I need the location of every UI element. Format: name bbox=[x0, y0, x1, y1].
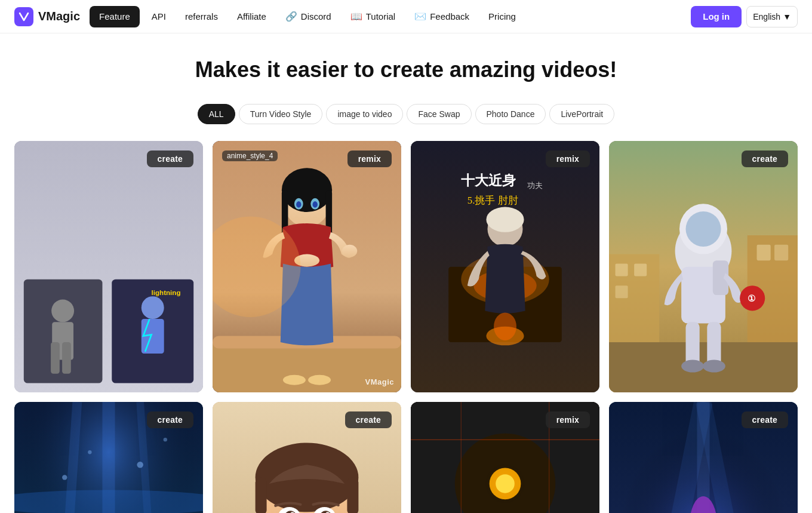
svg-point-24 bbox=[308, 375, 331, 385]
svg-rect-4 bbox=[51, 342, 60, 374]
svg-point-20 bbox=[312, 201, 317, 208]
video-card-grid: lightning create bbox=[14, 141, 798, 392]
svg-rect-5 bbox=[62, 342, 71, 374]
svg-point-22 bbox=[342, 245, 357, 257]
video-card-5[interactable]: create bbox=[14, 402, 203, 513]
svg-rect-81 bbox=[347, 478, 358, 513]
create-button-8[interactable]: create bbox=[742, 411, 788, 428]
svg-rect-52 bbox=[707, 322, 721, 366]
create-button-4[interactable]: create bbox=[742, 150, 788, 167]
logo-text: VMagic bbox=[38, 10, 80, 23]
svg-rect-44 bbox=[757, 245, 771, 260]
svg-point-31 bbox=[486, 207, 524, 232]
svg-text:功夫: 功夫 bbox=[527, 182, 543, 190]
svg-point-70 bbox=[14, 490, 203, 513]
card-visual-1: lightning bbox=[14, 141, 203, 392]
anime-badge: anime_style_4 bbox=[222, 150, 278, 161]
nav-api[interactable]: API bbox=[144, 8, 173, 25]
video-card-8[interactable]: create bbox=[609, 402, 798, 513]
tab-live-portrait[interactable]: LivePortrait bbox=[549, 104, 614, 124]
tab-all[interactable]: ALL bbox=[198, 104, 235, 124]
create-button-6[interactable]: create bbox=[345, 411, 392, 428]
card-visual-3: 十大近身 5.挑手 肘肘 功夫 bbox=[411, 141, 599, 392]
svg-point-74 bbox=[164, 438, 167, 441]
svg-text:5.挑手 肘肘: 5.挑手 肘肘 bbox=[467, 195, 518, 206]
nav-feedback[interactable]: ✉️ Feedback bbox=[407, 7, 476, 26]
video-card-3[interactable]: 十大近身 5.挑手 肘肘 功夫 remix bbox=[411, 141, 599, 392]
tab-face-swap[interactable]: Face Swap bbox=[407, 104, 471, 124]
video-card-6[interactable]: create bbox=[213, 402, 401, 513]
nav-tutorial[interactable]: 📖 Tutorial bbox=[343, 7, 402, 26]
category-tabs: ALL Turn Video Style image to video Face… bbox=[14, 104, 798, 124]
svg-point-23 bbox=[283, 375, 306, 385]
svg-rect-51 bbox=[686, 322, 700, 366]
svg-rect-42 bbox=[634, 263, 647, 276]
remix-button-7[interactable]: remix bbox=[546, 411, 590, 428]
hero-title: Makes it easier to create amazing videos… bbox=[14, 57, 798, 82]
svg-rect-45 bbox=[774, 245, 788, 260]
svg-point-53 bbox=[681, 360, 704, 373]
video-card-2[interactable]: anime_style_4 remix VMagic bbox=[213, 141, 401, 392]
language-selector[interactable]: English ▼ bbox=[746, 6, 798, 27]
login-button[interactable]: Log in bbox=[691, 6, 742, 27]
svg-point-73 bbox=[137, 462, 143, 468]
nav-affiliate[interactable]: Affiliate bbox=[230, 8, 273, 25]
video-card-1[interactable]: lightning create bbox=[14, 141, 203, 392]
book-icon: 📖 bbox=[350, 11, 362, 22]
chevron-down-icon: ▼ bbox=[783, 12, 791, 21]
svg-point-100 bbox=[496, 474, 515, 493]
discord-icon: 🔗 bbox=[285, 11, 297, 22]
svg-point-54 bbox=[703, 360, 725, 373]
svg-point-72 bbox=[88, 450, 91, 454]
card-visual-2 bbox=[213, 141, 401, 392]
svg-text:十大近身: 十大近身 bbox=[461, 173, 516, 188]
video-card-grid-row2: create bbox=[14, 402, 798, 513]
video-card-4[interactable]: ① create bbox=[609, 141, 798, 392]
main-content: Makes it easier to create amazing videos… bbox=[0, 33, 812, 513]
create-button-1[interactable]: create bbox=[147, 150, 193, 167]
svg-rect-41 bbox=[616, 263, 628, 276]
svg-point-36 bbox=[494, 313, 516, 340]
logo-icon bbox=[14, 7, 33, 26]
tab-turn-video-style[interactable]: Turn Video Style bbox=[239, 104, 323, 124]
header: VMagic Feature API referrals Affiliate 🔗… bbox=[0, 0, 812, 33]
svg-point-7 bbox=[142, 296, 164, 319]
svg-point-19 bbox=[296, 201, 301, 208]
svg-point-48 bbox=[686, 211, 721, 247]
remix-button-2[interactable]: remix bbox=[347, 150, 392, 167]
mail-icon: ✉️ bbox=[414, 11, 426, 22]
nav-discord[interactable]: 🔗 Discord bbox=[278, 7, 339, 26]
video-card-7[interactable]: remix bbox=[411, 402, 599, 513]
language-label: English bbox=[753, 12, 780, 21]
card-visual-4: ① bbox=[609, 141, 798, 392]
svg-text:①: ① bbox=[748, 294, 755, 303]
svg-point-2 bbox=[51, 299, 74, 322]
tab-image-to-video[interactable]: image to video bbox=[326, 104, 403, 124]
feature-nav-button[interactable]: Feature bbox=[90, 6, 140, 27]
watermark-2: VMagic bbox=[365, 377, 394, 386]
logo[interactable]: VMagic bbox=[14, 7, 80, 26]
svg-point-14 bbox=[282, 168, 332, 212]
svg-point-71 bbox=[62, 475, 67, 480]
header-right: Log in English ▼ bbox=[691, 6, 798, 27]
nav-pricing[interactable]: Pricing bbox=[481, 8, 523, 25]
remix-button-3[interactable]: remix bbox=[546, 150, 590, 167]
create-button-5[interactable]: create bbox=[147, 411, 193, 428]
svg-text:lightning: lightning bbox=[152, 289, 181, 296]
svg-rect-80 bbox=[256, 478, 267, 513]
tab-photo-dance[interactable]: Photo Dance bbox=[475, 104, 546, 124]
nav-referrals[interactable]: referrals bbox=[178, 8, 225, 25]
svg-rect-43 bbox=[616, 285, 628, 298]
